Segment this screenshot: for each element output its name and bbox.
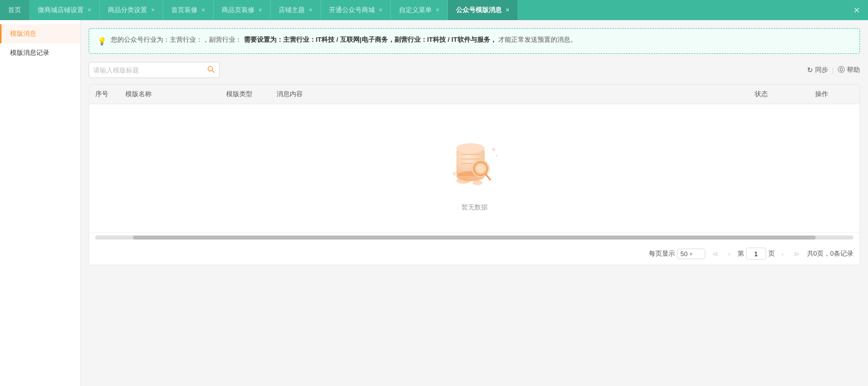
page-last-button[interactable]: ⊳ <box>791 248 803 260</box>
tab-template-msg-close[interactable]: × <box>506 7 509 13</box>
search-icon[interactable] <box>207 65 215 75</box>
tab-shop-theme-label: 店铺主题 <box>279 6 305 15</box>
notice-suffix: 才能正常发送预置的消息。 <box>498 36 577 43</box>
tab-home-decoration[interactable]: 首页装修 × <box>163 0 214 20</box>
page-number-input[interactable] <box>746 248 766 260</box>
tab-weishop-settings[interactable]: 微商城店铺设置 × <box>30 0 100 20</box>
notice-icon: 💡 <box>97 35 107 47</box>
tab-home-decoration-label: 首页装修 <box>171 6 197 15</box>
col-content: 消息内容 <box>271 85 749 104</box>
help-button[interactable]: ⓪ 帮助 <box>838 65 860 74</box>
page-size-chevron: ▾ <box>690 251 692 257</box>
help-label: 帮助 <box>847 65 860 74</box>
tab-open-mall-label: 开通公众号商城 <box>329 6 375 15</box>
tab-weishop-label: 微商城店铺设置 <box>38 6 84 15</box>
pagination-row: 每页显示 50 ▾ ⊲ ‹ 第 页 › ⊳ 共0页，0条记录 <box>89 243 859 265</box>
tab-open-mall-close[interactable]: × <box>379 7 382 13</box>
empty-illustration <box>444 134 505 195</box>
sidebar-item-template-message-log-label: 模版消息记录 <box>10 49 49 56</box>
col-name: 模版名称 <box>119 85 220 104</box>
page-prefix-label: 第 <box>738 249 744 258</box>
page-size-box[interactable]: 50 ▾ <box>677 249 705 259</box>
page-size-value: 50 <box>681 250 688 258</box>
sidebar-item-template-message-log[interactable]: 模版消息记录 <box>0 43 80 62</box>
col-type: 模版类型 <box>220 85 271 104</box>
table-head: 序号 模版名称 模版类型 消息内容 状态 <box>89 85 859 104</box>
tab-product-category-close[interactable]: × <box>151 7 155 13</box>
scrollbar-track[interactable] <box>95 236 853 240</box>
scrollbar-thumb[interactable] <box>133 236 816 240</box>
tab-custom-menu[interactable]: 自定义菜单 × <box>391 0 448 20</box>
notice-box: 💡 您的公众号行业为：主营行业：，副营行业： 需要设置为：主营行业：IT科技 /… <box>89 28 860 54</box>
table-empty-row: 暂无数据 <box>89 104 859 233</box>
svg-point-17 <box>473 180 483 185</box>
svg-point-16 <box>456 178 471 184</box>
page-first-button[interactable]: ⊲ <box>709 248 721 260</box>
data-table: 序号 模版名称 模版类型 消息内容 状态 <box>89 85 859 232</box>
search-row: ↻ 同步 | ⓪ 帮助 <box>89 62 860 78</box>
tab-shop-theme[interactable]: 店铺主题 × <box>271 0 321 20</box>
table-body: 暂无数据 <box>89 104 859 233</box>
page-size-select: 每页显示 50 ▾ <box>649 249 705 259</box>
tab-product-category-label: 商品分类设置 <box>108 6 147 15</box>
main-content: 💡 您的公众号行业为：主营行业：，副营行业： 需要设置为：主营行业：IT科技 /… <box>81 20 868 386</box>
table-header-row: 序号 模版名称 模版类型 消息内容 状态 <box>89 85 859 104</box>
svg-line-1 <box>212 70 214 72</box>
tab-template-msg-label: 公众号模版消息 <box>456 6 502 15</box>
tab-product-decoration-label: 商品页装修 <box>222 6 254 15</box>
layout: 模版消息 模版消息记录 💡 您的公众号行业为：主营行业：，副营行业： 需要设置为… <box>0 20 868 386</box>
page-prev-button[interactable]: ‹ <box>723 248 736 260</box>
sync-label: 同步 <box>815 65 828 74</box>
page-nav: ⊲ ‹ 第 页 › ⊳ <box>709 248 803 260</box>
page-next-button[interactable]: › <box>777 248 789 260</box>
svg-point-14 <box>496 155 498 157</box>
sync-icon: ↻ <box>807 66 813 74</box>
svg-line-11 <box>485 174 490 180</box>
tab-bar: 首页 微商城店铺设置 × 商品分类设置 × 首页装修 × 商品页装修 × 店铺主… <box>0 0 868 20</box>
tab-shop-theme-close[interactable]: × <box>309 7 312 13</box>
search-input-wrap[interactable] <box>89 62 220 78</box>
notice-prefix: 您的公众号行业为：主营行业：，副营行业： <box>111 36 242 43</box>
tab-product-decoration-close[interactable]: × <box>258 7 262 13</box>
tab-product-decoration[interactable]: 商品页装修 × <box>214 0 271 20</box>
sync-button[interactable]: ↻ 同步 <box>807 65 828 74</box>
page-unit-label: 页 <box>768 249 775 258</box>
page-size-prefix: 每页显示 <box>649 249 675 258</box>
tab-home[interactable]: 首页 <box>0 0 30 20</box>
tab-custom-menu-close[interactable]: × <box>436 7 439 13</box>
col-seq: 序号 <box>89 85 119 104</box>
svg-point-5 <box>456 144 485 153</box>
svg-point-12 <box>477 165 485 173</box>
tab-home-label: 首页 <box>8 6 21 15</box>
scrollbar-area[interactable] <box>89 232 859 243</box>
tab-home-decoration-close[interactable]: × <box>202 7 205 13</box>
svg-point-15 <box>452 172 456 176</box>
sidebar-item-template-message-label: 模版消息 <box>10 30 36 37</box>
tab-open-mall[interactable]: 开通公众号商城 × <box>321 0 391 20</box>
svg-point-13 <box>492 148 495 151</box>
notice-text: 您的公众号行业为：主营行业：，副营行业： 需要设置为：主营行业：IT科技 / 互… <box>111 35 577 45</box>
table-wrapper: 序号 模版名称 模版类型 消息内容 状态 <box>89 84 860 265</box>
empty-state: 暂无数据 <box>89 104 859 232</box>
page-total: 共0页，0条记录 <box>807 249 853 258</box>
toolbar-divider: | <box>832 66 834 74</box>
tab-weishop-close[interactable]: × <box>88 7 91 13</box>
empty-cell: 暂无数据 <box>89 104 859 233</box>
col-status: 状态 <box>749 85 809 104</box>
toolbar-right: ↻ 同步 | ⓪ 帮助 <box>807 65 860 74</box>
tab-custom-menu-label: 自定义菜单 <box>399 6 432 15</box>
help-icon: ⓪ <box>838 65 845 74</box>
notice-highlight: 需要设置为：主营行业：IT科技 / 互联网|电子商务，副营行业：IT科技 / I… <box>244 36 497 43</box>
sidebar: 模版消息 模版消息记录 <box>0 20 81 386</box>
tab-template-msg[interactable]: 公众号模版消息 × <box>448 0 518 20</box>
tab-product-category[interactable]: 商品分类设置 × <box>100 0 163 20</box>
sidebar-item-template-message[interactable]: 模版消息 <box>0 24 80 43</box>
col-action: 操作 <box>809 85 859 104</box>
tab-bar-close-all[interactable]: ✕ <box>845 6 868 15</box>
search-input[interactable] <box>93 66 207 74</box>
empty-text: 暂无数据 <box>461 203 488 212</box>
